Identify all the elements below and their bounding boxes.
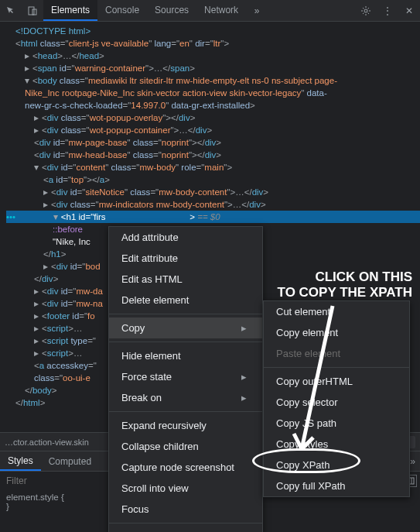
- ctx-hide-element[interactable]: Hide element: [109, 345, 262, 366]
- chevron-right-icon: ▸: [241, 371, 247, 383]
- panel-tabs: Elements Console Sources Network »: [43, 0, 268, 21]
- ctx-force-state[interactable]: Force state▸: [109, 366, 262, 387]
- dom-node-cont: Nike_Inc rootpage-Nike_Inc skin-vector a…: [6, 87, 420, 99]
- breadcrumb-ellipsis[interactable]: …: [5, 438, 13, 447]
- ctx-break-on[interactable]: Break on▸: [109, 387, 262, 408]
- ctx-store-global[interactable]: Store as global variable: [109, 527, 262, 532]
- ctx-separator: [109, 342, 262, 342]
- ctx-edit-as-html[interactable]: Edit as HTML: [109, 269, 262, 290]
- tab-styles[interactable]: Styles: [0, 451, 41, 471]
- dom-node[interactable]: <a id="top"></a>: [6, 173, 420, 186]
- ctx-copy-selector[interactable]: Copy selector: [264, 392, 411, 413]
- ctx-paste-element: Paste element: [264, 343, 411, 364]
- dom-node[interactable]: ▾<div id="content" class="mw-body" role=…: [6, 161, 420, 173]
- chevron-right-icon: ▸: [241, 322, 247, 334]
- ctx-copy-js-path[interactable]: Copy JS path: [264, 413, 411, 434]
- dom-node[interactable]: <div id="mw-head-base" class="noprint"><…: [6, 149, 420, 161]
- context-menu: Add attribute Edit attribute Edit as HTM…: [108, 226, 263, 532]
- dom-node[interactable]: ▸<span id="warning-container">…</span>: [6, 62, 420, 74]
- inspect-icon[interactable]: [0, 0, 22, 22]
- more-tabs-icon[interactable]: »: [246, 0, 268, 22]
- dom-node[interactable]: ▸<div class="wot-popup-overlay"></div>: [6, 112, 420, 124]
- ctx-focus[interactable]: Focus: [109, 499, 262, 520]
- chevron-right-icon: ▸: [241, 392, 247, 403]
- ctx-collapse-children[interactable]: Collapse children: [109, 436, 262, 457]
- device-toggle-icon[interactable]: [22, 0, 43, 22]
- tab-elements[interactable]: Elements: [43, 0, 97, 21]
- ctx-copy-outerhtml[interactable]: Copy outerHTML: [264, 371, 411, 392]
- ctx-separator: [109, 523, 262, 523]
- ctx-capture-screenshot[interactable]: Capture node screenshot: [109, 457, 262, 478]
- ctx-delete-element[interactable]: Delete element: [109, 290, 262, 311]
- ctx-separator: [109, 411, 262, 412]
- ctx-separator: [264, 367, 409, 368]
- dom-node[interactable]: ▾<body class="mediawiki ltr sitedir-ltr …: [6, 74, 420, 87]
- ctx-cut-element[interactable]: Cut element: [264, 301, 411, 322]
- ctx-add-attribute[interactable]: Add attribute: [109, 227, 262, 248]
- ctx-copy[interactable]: Copy▸: [109, 317, 262, 338]
- ctx-copy-styles[interactable]: Copy styles: [264, 434, 411, 455]
- dom-node[interactable]: <!DOCTYPE html>: [6, 25, 420, 37]
- tab-network[interactable]: Network: [196, 0, 246, 21]
- close-icon[interactable]: ✕: [398, 0, 420, 22]
- svg-rect-0: [29, 7, 34, 15]
- dom-node[interactable]: <html class="client-js ve-available" lan…: [6, 37, 420, 50]
- ctx-scroll-into-view[interactable]: Scroll into view: [109, 478, 262, 499]
- ctx-copy-element[interactable]: Copy element: [264, 322, 411, 343]
- kebab-icon[interactable]: ⋮: [377, 0, 398, 22]
- dom-node[interactable]: ▸<head>…</head>: [6, 50, 420, 62]
- dom-node[interactable]: <div id="mw-page-base" class="noprint"><…: [6, 136, 420, 149]
- tab-sources[interactable]: Sources: [147, 0, 196, 21]
- tab-console[interactable]: Console: [97, 0, 147, 21]
- dom-node-cont: new-gr-c-s-check-loaded="14.997.0" data-…: [6, 99, 420, 112]
- tab-computed[interactable]: Computed: [41, 451, 99, 471]
- svg-point-2: [364, 9, 367, 12]
- dom-node[interactable]: ▸<div id="siteNotice" class="mw-body-con…: [6, 186, 420, 198]
- more-styles-tabs-icon[interactable]: »: [410, 456, 415, 467]
- ctx-edit-attribute[interactable]: Edit attribute: [109, 248, 262, 269]
- gear-icon[interactable]: [355, 0, 377, 22]
- ctx-separator: [109, 314, 262, 314]
- dom-node[interactable]: ▸<div class="wot-popup-container">…</div…: [6, 124, 420, 136]
- ctx-copy-xpath[interactable]: Copy XPath: [264, 455, 411, 475]
- devtools-toolbar: Elements Console Sources Network » ⋮ ✕: [0, 0, 420, 22]
- dom-node-selected[interactable]: ••• ▾<h1 id="firs > == $0: [6, 211, 420, 223]
- ctx-expand-recursively[interactable]: Expand recursively: [109, 415, 262, 436]
- dom-node[interactable]: ▸<div class="mw-indicators mw-body-conte…: [6, 198, 420, 211]
- context-submenu-copy: Cut element Copy element Paste element C…: [263, 300, 410, 497]
- ctx-copy-full-xpath[interactable]: Copy full XPath: [264, 475, 411, 496]
